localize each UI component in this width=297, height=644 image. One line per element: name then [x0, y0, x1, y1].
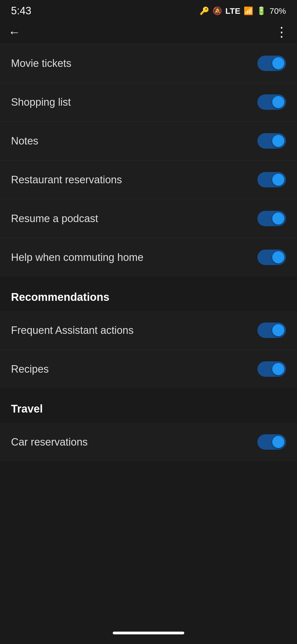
toggle-restaurant-reservations[interactable]	[257, 172, 286, 187]
travel-list: Car reservations	[0, 423, 297, 461]
toggle-recipes[interactable]	[257, 361, 286, 377]
toggle-label-car-reservations: Car reservations	[11, 436, 88, 448]
toggle-shopping-list[interactable]	[257, 94, 286, 110]
toggle-row-resume-podcast: Resume a podcast	[0, 199, 297, 238]
toggle-label-restaurant-reservations: Restaurant reservations	[11, 174, 122, 186]
toggle-thumb	[272, 135, 284, 147]
recommendations-list: Frequent Assistant actions Recipes	[0, 311, 297, 388]
recommendations-section-header: Recommendations	[0, 277, 297, 311]
toggle-thumb	[272, 436, 284, 448]
toggle-row-commuting-home: Help when commuting home	[0, 238, 297, 277]
status-icons: 🔑 🔕 LTE 📶 🔋 70%	[200, 6, 286, 16]
toggle-notes[interactable]	[257, 133, 286, 149]
back-button[interactable]: ←	[8, 26, 20, 38]
toggle-label-movie-tickets: Movie tickets	[11, 58, 72, 69]
toggle-row-movie-tickets: Movie tickets	[0, 44, 297, 83]
status-bar: 5:43 🔑 🔕 LTE 📶 🔋 70%	[0, 0, 297, 21]
toggle-label-commuting-home: Help when commuting home	[11, 252, 144, 263]
toggle-movie-tickets[interactable]	[257, 56, 286, 71]
toggle-thumb	[272, 96, 284, 108]
travel-title: Travel	[11, 403, 43, 415]
toggle-row-recipes: Recipes	[0, 350, 297, 388]
status-time: 5:43	[11, 5, 31, 17]
toggle-list: Movie tickets Shopping list Notes Restau…	[0, 44, 297, 277]
toggle-thumb	[272, 174, 284, 186]
toggle-row-shopping-list: Shopping list	[0, 83, 297, 121]
travel-section-header: Travel	[0, 388, 297, 423]
toggle-label-frequent-assistant: Frequent Assistant actions	[11, 324, 134, 336]
toggle-row-car-reservations: Car reservations	[0, 423, 297, 461]
toggle-row-notes: Notes	[0, 121, 297, 160]
lte-label: LTE	[226, 6, 240, 16]
toggle-thumb	[272, 212, 284, 225]
toggle-thumb	[272, 363, 284, 375]
recommendations-title: Recommendations	[11, 291, 109, 303]
toggle-label-shopping-list: Shopping list	[11, 96, 71, 108]
key-icon: 🔑	[200, 6, 209, 15]
bottom-bar	[0, 622, 297, 644]
more-options-button[interactable]: ⋮	[275, 29, 289, 36]
toggle-label-recipes: Recipes	[11, 363, 49, 375]
toggle-thumb	[272, 57, 284, 69]
toggle-row-frequent-assistant: Frequent Assistant actions	[0, 311, 297, 350]
toggle-thumb	[272, 324, 284, 336]
toggle-thumb	[272, 251, 284, 263]
toggle-commuting-home[interactable]	[257, 250, 286, 265]
toggle-car-reservations[interactable]	[257, 434, 286, 450]
nav-bar: ← ⋮	[0, 21, 297, 44]
toggle-frequent-assistant[interactable]	[257, 323, 286, 338]
battery-percent: 70%	[270, 6, 286, 16]
bell-mute-icon: 🔕	[213, 6, 222, 15]
signal-icon: 📶	[244, 6, 253, 15]
battery-icon: 🔋	[257, 6, 266, 15]
toggle-label-resume-podcast: Resume a podcast	[11, 213, 98, 225]
toggle-row-restaurant-reservations: Restaurant reservations	[0, 160, 297, 199]
toggle-resume-podcast[interactable]	[257, 211, 286, 226]
home-indicator	[113, 632, 184, 634]
toggle-label-notes: Notes	[11, 135, 38, 147]
